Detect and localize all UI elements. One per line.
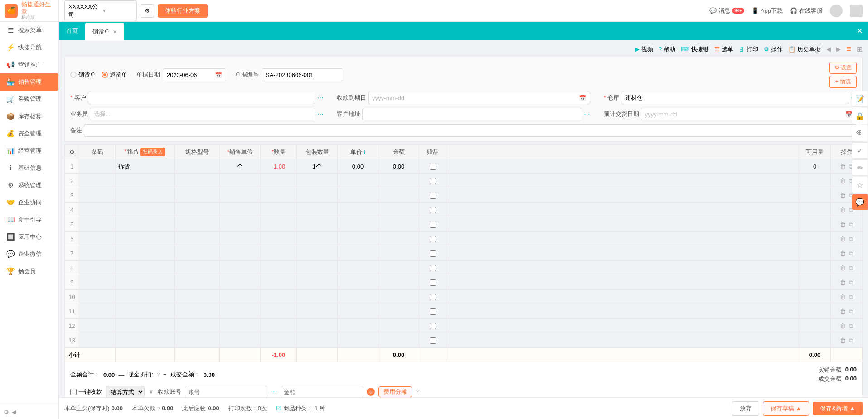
row-product-8[interactable] bbox=[116, 261, 175, 275]
row-copy-12[interactable]: ⧉ bbox=[849, 323, 853, 329]
sidebar-item-quick-nav[interactable]: ⚡ 快捷导航 bbox=[0, 39, 58, 56]
calc-method-select[interactable]: 结算方式 bbox=[106, 386, 145, 398]
sidebar-item-enterprise[interactable]: 🤝 企业协同 bbox=[0, 194, 58, 211]
rt-chat-btn[interactable]: 💬 bbox=[852, 194, 868, 210]
row-amount-3[interactable] bbox=[378, 188, 419, 203]
gift-checkbox-1[interactable] bbox=[430, 164, 436, 170]
customer-ellipsis-btn[interactable]: ··· bbox=[317, 94, 323, 102]
gift-checkbox-9[interactable] bbox=[430, 279, 436, 286]
row-pkgqty-11[interactable] bbox=[297, 304, 338, 319]
video-toolbar-btn[interactable]: ▶ 视频 bbox=[635, 45, 653, 53]
row-product-7[interactable] bbox=[116, 246, 175, 261]
setup-button[interactable]: ⚙ 设置 bbox=[829, 62, 857, 74]
nav-next-btn[interactable]: ▶ bbox=[836, 46, 841, 53]
row-barcode-8[interactable] bbox=[79, 261, 116, 275]
row-remark-1[interactable] bbox=[446, 159, 799, 174]
row-unit-4[interactable] bbox=[220, 203, 261, 217]
row-price-5[interactable] bbox=[338, 217, 378, 232]
scan-barcode-button[interactable]: 扫码录入 bbox=[140, 148, 165, 156]
account-ellipsis-btn[interactable]: ··· bbox=[271, 388, 277, 396]
row-delete-13[interactable]: 🗑 bbox=[840, 337, 846, 344]
row-spec-7[interactable] bbox=[175, 246, 220, 261]
customer-input[interactable] bbox=[88, 92, 315, 104]
row-qty-5[interactable] bbox=[261, 217, 297, 232]
row-gift-8[interactable] bbox=[419, 261, 446, 275]
salesperson-ellipsis-btn[interactable]: ··· bbox=[317, 110, 323, 118]
row-spec-3[interactable] bbox=[175, 188, 220, 203]
row-spec-6[interactable] bbox=[175, 232, 220, 246]
fee-split-button[interactable]: 费用分摊 bbox=[378, 386, 412, 397]
row-qty-3[interactable] bbox=[261, 188, 297, 203]
row-pkgqty-6[interactable] bbox=[297, 232, 338, 246]
addr-ellipsis-btn[interactable]: ··· bbox=[584, 110, 590, 118]
gift-checkbox-8[interactable] bbox=[430, 265, 436, 271]
row-delete-4[interactable]: 🗑 bbox=[840, 207, 846, 213]
row-product-11[interactable] bbox=[116, 304, 175, 319]
row-amount-2[interactable] bbox=[378, 174, 419, 188]
row-amount-12[interactable] bbox=[378, 319, 419, 333]
row-delete-3[interactable]: 🗑 bbox=[840, 192, 846, 199]
row-price-7[interactable] bbox=[338, 246, 378, 261]
app-download-button[interactable]: 📱 App下载 bbox=[752, 7, 783, 15]
row-price-9[interactable] bbox=[338, 275, 378, 290]
row-unit-3[interactable] bbox=[220, 188, 261, 203]
customer-addr-input[interactable] bbox=[362, 108, 582, 120]
radio-sale-order[interactable]: 销货单 bbox=[70, 71, 96, 79]
rt-eye-btn[interactable]: 👁 bbox=[852, 125, 868, 141]
row-pkgqty-5[interactable] bbox=[297, 217, 338, 232]
row-gift-7[interactable] bbox=[419, 246, 446, 261]
row-spec-10[interactable] bbox=[175, 290, 220, 304]
row-unit-9[interactable] bbox=[220, 275, 261, 290]
row-remark-7[interactable] bbox=[446, 246, 799, 261]
online-service-button[interactable]: 🎧 在线客服 bbox=[790, 7, 823, 15]
view-grid-btn[interactable]: ⊞ bbox=[857, 45, 863, 53]
row-delete-11[interactable]: 🗑 bbox=[840, 308, 846, 315]
row-unit-7[interactable] bbox=[220, 246, 261, 261]
sidebar-item-base-info[interactable]: ℹ 基础信息 bbox=[0, 159, 58, 177]
gift-checkbox-10[interactable] bbox=[430, 294, 436, 300]
row-qty-13[interactable] bbox=[261, 333, 297, 348]
row-gift-6[interactable] bbox=[419, 232, 446, 246]
warehouse-input[interactable]: 建材仓 bbox=[621, 92, 849, 104]
row-remark-3[interactable] bbox=[446, 188, 799, 203]
row-remark-8[interactable] bbox=[446, 261, 799, 275]
tab-sale-order[interactable]: 销货单 ✕ bbox=[85, 23, 124, 41]
row-unit-5[interactable] bbox=[220, 217, 261, 232]
row-qty-11[interactable] bbox=[261, 304, 297, 319]
row-pkgqty-1[interactable]: 1个 bbox=[297, 159, 338, 174]
row-copy-11[interactable]: ⧉ bbox=[849, 308, 853, 315]
salesperson-input[interactable]: 选择... bbox=[90, 108, 315, 120]
row-barcode-5[interactable] bbox=[79, 217, 116, 232]
row-product-5[interactable] bbox=[116, 217, 175, 232]
row-copy-10[interactable]: ⧉ bbox=[849, 294, 853, 300]
row-price-1[interactable]: 0.00 bbox=[338, 159, 378, 174]
sidebar-item-wechat[interactable]: 💬 企业微信 bbox=[0, 246, 58, 263]
user-avatar[interactable] bbox=[830, 5, 843, 17]
help-toolbar-btn[interactable]: ? 帮助 bbox=[659, 45, 675, 53]
expected-date-picker[interactable]: yyyy-mm-dd 📅 bbox=[641, 108, 857, 120]
row-price-10[interactable] bbox=[338, 290, 378, 304]
tab-home[interactable]: 首页 bbox=[59, 22, 85, 40]
select-order-btn[interactable]: ☰ 选单 bbox=[714, 45, 733, 53]
row-delete-1[interactable]: 🗑 bbox=[840, 163, 846, 170]
sidebar-item-sales[interactable]: 🏪 销售管理 bbox=[0, 73, 58, 91]
nav-prev-btn[interactable]: ◀ bbox=[826, 46, 831, 53]
row-remark-11[interactable] bbox=[446, 304, 799, 319]
row-remark-5[interactable] bbox=[446, 217, 799, 232]
row-unit-8[interactable] bbox=[220, 261, 261, 275]
row-qty-4[interactable] bbox=[261, 203, 297, 217]
row-spec-2[interactable] bbox=[175, 174, 220, 188]
save-new-button[interactable]: 保存&新增 ▲ bbox=[813, 402, 863, 415]
row-barcode-13[interactable] bbox=[79, 333, 116, 348]
row-spec-12[interactable] bbox=[175, 319, 220, 333]
row-spec-1[interactable] bbox=[175, 159, 220, 174]
row-barcode-1[interactable] bbox=[79, 159, 116, 174]
radio-return-order[interactable]: 退货单 bbox=[102, 71, 127, 79]
close-tab-icon[interactable]: ✕ bbox=[113, 29, 117, 35]
row-barcode-12[interactable] bbox=[79, 319, 116, 333]
sidebar-item-app-center[interactable]: 🔲 应用中心 bbox=[0, 228, 58, 246]
row-qty-2[interactable] bbox=[261, 174, 297, 188]
row-amount-5[interactable] bbox=[378, 217, 419, 232]
gift-checkbox-7[interactable] bbox=[430, 250, 436, 257]
row-barcode-10[interactable] bbox=[79, 290, 116, 304]
